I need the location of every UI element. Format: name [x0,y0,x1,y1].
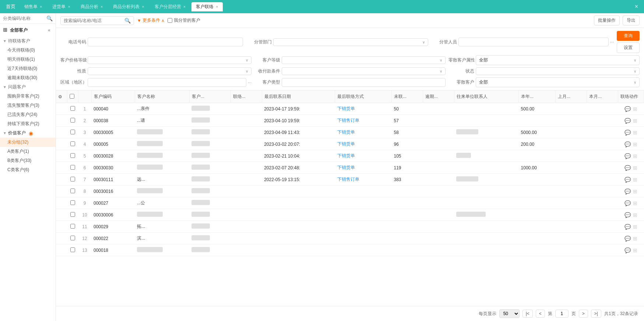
close-customer-segment-tab[interactable]: × [183,4,186,9]
export-button[interactable]: 导出 [623,15,640,25]
chat-icon[interactable]: 💬 [624,224,631,230]
tab-customer-contact[interactable]: 客户联络 × [191,2,222,11]
person-dots[interactable]: ··· [610,39,614,45]
close-purchase-tab[interactable]: × [68,4,70,9]
region-input[interactable] [88,78,246,87]
last-page-btn[interactable]: >| [591,310,601,318]
grid-action-icon[interactable]: ⊞ [633,106,637,112]
close-customer-contact-tab[interactable]: × [216,4,218,9]
row-checkbox[interactable] [70,177,75,181]
sidebar-item-churn-warning[interactable]: 流失预警客户(3) [0,101,56,110]
close-sales-tab[interactable]: × [40,4,42,9]
contact-way-link[interactable]: 下销货单 [337,165,355,170]
chat-icon[interactable]: 💬 [624,177,631,183]
grid-action-icon[interactable]: ⊞ [633,153,637,159]
row-checkbox[interactable] [70,165,75,170]
main-search-input[interactable] [64,18,123,23]
sidebar-item-ungrouped[interactable]: 未分组(32) [0,138,56,147]
nature-select[interactable]: ∨ [88,67,251,75]
chat-icon[interactable]: 💬 [624,200,631,206]
problem-section-title[interactable]: ▼ 问题客户 [0,82,56,92]
sidebar-item-churned[interactable]: 已流失客户(24) [0,110,56,119]
settings-gear-icon[interactable]: ⚙ [58,94,62,99]
chat-icon[interactable]: 💬 [624,106,631,112]
sparse-select[interactable]: 全部 ∨ [476,77,640,87]
grid-action-icon[interactable]: ⊞ [633,200,637,206]
grid-action-icon[interactable]: ⊞ [633,212,637,218]
dept-select[interactable]: ∨ [273,38,429,46]
customer-level-select[interactable]: ∨ [282,56,446,64]
sidebar-item-class-b[interactable]: B类客户(33) [0,156,56,165]
close-product-analysis-tab[interactable]: × [101,4,103,9]
tab-customer-segment[interactable]: 客户分层经营 × [150,2,190,11]
row-checkbox[interactable] [70,188,75,193]
contact-way-link[interactable]: 下销售订单 [337,177,359,182]
chat-icon[interactable]: 💬 [624,247,631,253]
chat-icon[interactable]: 💬 [624,130,631,135]
tab-product-analysis[interactable]: 商品分析 × [76,2,107,11]
sparse-attr-select[interactable]: 全部 ∨ [476,55,640,65]
sidebar-item-abnormal[interactable]: 囤购异常客户(2) [0,92,56,101]
contact-way-link[interactable]: 下销售订单 [337,118,359,123]
contact-way-link[interactable]: 下销货单 [337,141,355,147]
page-number-input[interactable] [555,310,569,318]
row-checkbox[interactable] [70,247,75,252]
my-customers-check[interactable] [168,18,172,23]
col-settings[interactable]: ⚙ [56,91,67,103]
row-checkbox[interactable] [70,224,75,229]
sidebar-search-input[interactable] [3,16,45,21]
status-select[interactable]: ∨ [476,67,640,75]
my-customers-checkbox[interactable]: 我分管的客户 [168,17,200,24]
grid-action-icon[interactable]: ⊞ [633,141,637,147]
row-checkbox[interactable] [70,106,75,111]
contact-way-link[interactable]: 下销货单 [337,153,355,158]
region-dots[interactable]: ··· [248,80,251,85]
contact-way-link[interactable]: 下销货单 [337,106,355,111]
sidebar-item-overdue-contact[interactable]: 逾期未联络(30) [0,73,56,82]
chat-icon[interactable]: 💬 [624,212,631,218]
chat-icon[interactable]: 💬 [624,165,631,171]
grid-action-icon[interactable]: ⊞ [633,130,637,135]
tab-sales[interactable]: 销售单 × [20,2,46,11]
query-button[interactable]: 查询 [617,31,640,41]
grid-action-icon[interactable]: ⊞ [633,224,637,230]
reset-button[interactable]: 设置 [617,42,640,53]
row-checkbox[interactable] [70,153,75,158]
person-input[interactable] [458,38,609,46]
next-page-btn[interactable]: > [579,310,588,318]
select-all-checkbox[interactable] [70,94,74,99]
pending-section-title[interactable]: ▼ 待联络客户 [0,36,56,46]
grid-action-icon[interactable]: ⊞ [633,236,637,241]
chat-icon[interactable]: 💬 [624,188,631,194]
close-all-tabs[interactable]: × [632,2,641,11]
refresh-icon[interactable]: ◉ [29,130,33,136]
tab-purchase[interactable]: 进货单 × [48,2,74,11]
grid-action-icon[interactable]: ⊞ [633,118,637,124]
customer-type-input[interactable] [282,78,446,87]
price-level-select[interactable]: ∨ [88,56,251,64]
sidebar-collapse-btn[interactable]: « [46,26,53,34]
grid-action-icon[interactable]: ⊞ [633,188,637,194]
grid-action-icon[interactable]: ⊞ [633,177,637,183]
tab-product-analysis-list[interactable]: 商品分析列表 × [109,2,148,11]
page-size-select[interactable]: 50 100 200 [499,309,520,318]
grid-action-icon[interactable]: ⊞ [633,165,637,171]
sidebar-item-7days-pending[interactable]: 近7天待联络(0) [0,64,56,73]
row-checkbox[interactable] [70,212,75,217]
value-section-title[interactable]: ▼ 价值客户 ◉ [0,128,56,138]
first-page-btn[interactable]: |< [522,310,533,318]
batch-op-button[interactable]: 批量操作 [594,15,620,25]
chat-icon[interactable]: 💬 [624,141,631,147]
prev-page-btn[interactable]: < [536,310,545,318]
row-checkbox[interactable] [70,118,75,123]
sidebar-search-icon[interactable]: 🔍 [46,15,53,21]
chat-icon[interactable]: 💬 [624,236,631,241]
main-search-icon[interactable]: 🔍 [124,18,131,24]
grid-action-icon[interactable]: ⊞ [633,247,637,253]
sidebar-item-declining[interactable]: 持续下滑客户(2) [0,119,56,128]
home-tab[interactable]: 首页 [3,2,18,11]
row-checkbox[interactable] [70,236,75,240]
all-customers-header[interactable]: ⊞ 全部客户 « [0,24,56,36]
chat-icon[interactable]: 💬 [624,118,631,124]
contact-way-link[interactable]: 下销货单 [337,130,355,135]
